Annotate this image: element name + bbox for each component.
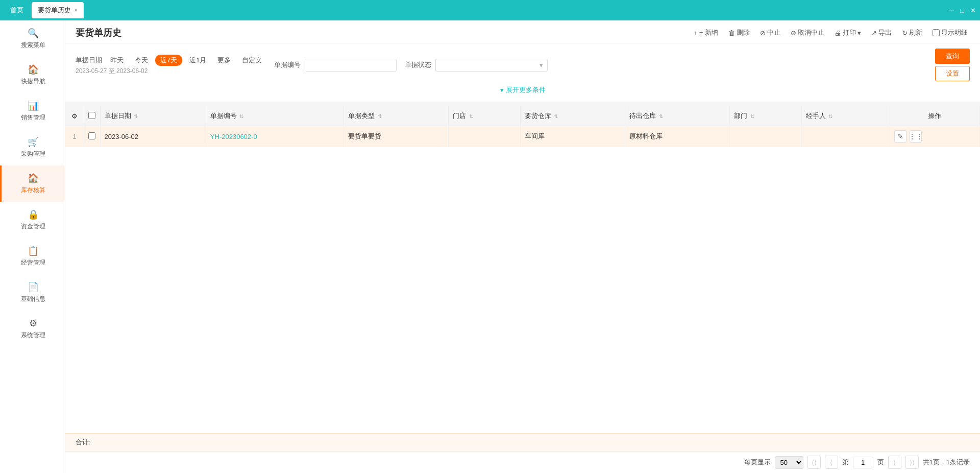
page-size-select[interactable]: 50 20 100 xyxy=(775,456,803,469)
table-header-row: ⚙ 单据日期 ⇅ 单据编号 ⇅ 单据类型 xyxy=(65,106,980,126)
row-date: 2023-06-02 xyxy=(100,126,206,147)
row-number[interactable]: YH-20230602-0 xyxy=(206,126,344,147)
bill-number-input[interactable] xyxy=(305,59,397,72)
sidebar-item-purchase-mgmt[interactable]: 🛒 采购管理 xyxy=(0,129,65,165)
table-footer: 合计: xyxy=(65,433,980,451)
date-opt-more[interactable]: 更多 xyxy=(213,55,235,66)
row-select-checkbox[interactable] xyxy=(88,132,95,139)
sort-number-icon: ⇅ xyxy=(239,113,243,119)
window-minimize-btn[interactable]: ─ xyxy=(949,7,954,14)
sort-department-icon: ⇅ xyxy=(750,113,754,119)
sidebar-item-search-menu[interactable]: 🔍 搜索菜单 xyxy=(0,20,65,57)
main-layout: 🔍 搜索菜单 🏠 快捷导航 📊 销售管理 🛒 采购管理 🏠 库存核算 🔒 资金管… xyxy=(0,20,980,473)
delete-button[interactable]: 🗑 删除 xyxy=(726,27,752,39)
page-size-label: 每页显示 xyxy=(744,458,771,467)
summary-label: 合计: xyxy=(76,438,91,446)
new-button[interactable]: + + 新增 xyxy=(692,27,720,39)
date-opt-today[interactable]: 今天 xyxy=(131,55,152,66)
print-label: 打印 xyxy=(843,28,856,37)
row-number-link[interactable]: YH-20230602-0 xyxy=(210,133,257,140)
page-number-input[interactable] xyxy=(853,457,873,468)
col-number[interactable]: 单据编号 ⇅ xyxy=(206,106,344,126)
date-opt-last1month[interactable]: 近1月 xyxy=(185,55,210,66)
col-department[interactable]: 部门 ⇅ xyxy=(730,106,802,126)
filter-settings-button[interactable]: 设置 xyxy=(935,66,970,81)
data-table: ⚙ 单据日期 ⇅ 单据编号 ⇅ 单据类型 xyxy=(65,106,980,147)
col-action: 操作 xyxy=(890,106,979,126)
refresh-button[interactable]: ↻ 刷新 xyxy=(900,27,924,39)
sort-store-icon: ⇅ xyxy=(469,113,473,119)
stop-button[interactable]: ⊘ 中止 xyxy=(758,27,782,39)
prev-page-button[interactable]: ⟨ xyxy=(825,456,838,469)
row-more-button[interactable]: ⋮⋮ xyxy=(910,130,922,143)
sort-pending-warehouse-icon: ⇅ xyxy=(659,113,663,119)
last-page-button[interactable]: ⟩⟩ xyxy=(905,456,919,469)
filter-area: 单据日期 昨天 今天 近7天 近1月 更多 自定义 2023-05-27 至 2… xyxy=(65,43,980,102)
print-button[interactable]: 🖨 打印 ▾ xyxy=(832,27,863,39)
col-date[interactable]: 单据日期 ⇅ xyxy=(100,106,206,126)
col-store[interactable]: 门店 ⇅ xyxy=(449,106,521,126)
inventory-icon: 🏠 xyxy=(28,173,39,184)
basic-info-icon: 📄 xyxy=(28,281,39,293)
top-bar-right: ─ □ ✕ xyxy=(949,7,976,14)
tab-close-icon[interactable]: × xyxy=(74,7,78,14)
expand-more-label: 展开更多条件 xyxy=(506,85,546,94)
query-button[interactable]: 查询 xyxy=(935,49,970,64)
status-dropdown-icon[interactable]: ▾ xyxy=(540,61,543,69)
date-filter-block: 单据日期 昨天 今天 近7天 近1月 更多 自定义 2023-05-27 至 2… xyxy=(76,55,266,76)
col-handler[interactable]: 经手人 ⇅ xyxy=(801,106,890,126)
sidebar-sales-mgmt-label: 销售管理 xyxy=(21,113,45,122)
sidebar-search-menu-label: 搜索菜单 xyxy=(21,41,45,50)
purchase-mgmt-icon: 🛒 xyxy=(28,136,39,148)
col-pending-warehouse[interactable]: 待出仓库 ⇅ xyxy=(625,106,729,126)
sales-mgmt-icon: 📊 xyxy=(28,100,39,111)
row-type: 要货单要货 xyxy=(344,126,449,147)
sidebar-item-operations-mgmt[interactable]: 📋 经营管理 xyxy=(0,238,65,274)
col-req-warehouse[interactable]: 要货仓库 ⇅ xyxy=(520,106,625,126)
sidebar-item-finance-mgmt[interactable]: 🔒 资金管理 xyxy=(0,202,65,238)
sidebar-inventory-label: 库存核算 xyxy=(21,186,45,195)
date-opt-custom[interactable]: 自定义 xyxy=(238,55,266,66)
bill-status-block: 单据状态 ▾ xyxy=(405,59,548,72)
tab-home[interactable]: 首页 xyxy=(4,2,30,18)
print-dropdown-icon: ▾ xyxy=(857,29,861,37)
first-page-button[interactable]: ⟨⟨ xyxy=(807,456,821,469)
export-icon: ↗ xyxy=(871,29,877,37)
sidebar-item-system-mgmt[interactable]: ⚙ 系统管理 xyxy=(0,311,65,347)
tab-home-label: 首页 xyxy=(10,6,23,15)
bill-status-label: 单据状态 xyxy=(405,60,431,69)
export-button[interactable]: ↗ 导出 xyxy=(869,27,894,39)
date-opt-last7days[interactable]: 近7天 xyxy=(155,55,182,66)
display-detail-checkbox[interactable] xyxy=(933,29,940,36)
display-detail-label: 显示明细 xyxy=(941,28,968,37)
sidebar-item-sales-mgmt[interactable]: 📊 销售管理 xyxy=(0,93,65,129)
window-resize-btn[interactable]: □ xyxy=(960,7,964,14)
sidebar-system-mgmt-label: 系统管理 xyxy=(21,331,45,340)
date-options: 昨天 今天 近7天 近1月 更多 自定义 xyxy=(106,55,266,66)
sidebar-item-quick-nav[interactable]: 🏠 快捷导航 xyxy=(0,57,65,93)
bill-status-input[interactable] xyxy=(440,61,537,69)
col-handler-label: 经手人 xyxy=(806,112,826,120)
col-type[interactable]: 单据类型 ⇅ xyxy=(344,106,449,126)
sidebar-item-inventory[interactable]: 🏠 库存核算 xyxy=(0,165,65,202)
select-all-checkbox[interactable] xyxy=(88,112,95,119)
next-page-button[interactable]: ⟩ xyxy=(888,456,901,469)
window-close-btn[interactable]: ✕ xyxy=(970,7,976,14)
expand-more-button[interactable]: ▾ 展开更多条件 xyxy=(498,83,548,97)
display-detail-button[interactable]: 显示明细 xyxy=(930,27,970,39)
sidebar-item-basic-info[interactable]: 📄 基础信息 xyxy=(0,274,65,311)
cancel-stop-button[interactable]: ⊘ 取消中止 xyxy=(789,27,826,39)
page-of-label: 页 xyxy=(877,458,884,467)
date-opt-yesterday[interactable]: 昨天 xyxy=(106,55,128,66)
col-settings[interactable]: ⚙ xyxy=(65,106,84,126)
col-checkbox xyxy=(84,106,100,126)
row-pending-warehouse: 原材料仓库 xyxy=(625,126,729,147)
refresh-icon: ↻ xyxy=(902,29,908,37)
col-req-warehouse-label: 要货仓库 xyxy=(525,112,551,120)
tab-requisition-history[interactable]: 要货单历史 × xyxy=(32,2,84,18)
col-number-label: 单据编号 xyxy=(210,112,237,120)
stop-label: 中止 xyxy=(767,28,780,37)
row-edit-button[interactable]: ✎ xyxy=(894,130,906,143)
delete-label: 删除 xyxy=(737,28,750,37)
row-settings: 1 xyxy=(65,126,84,147)
